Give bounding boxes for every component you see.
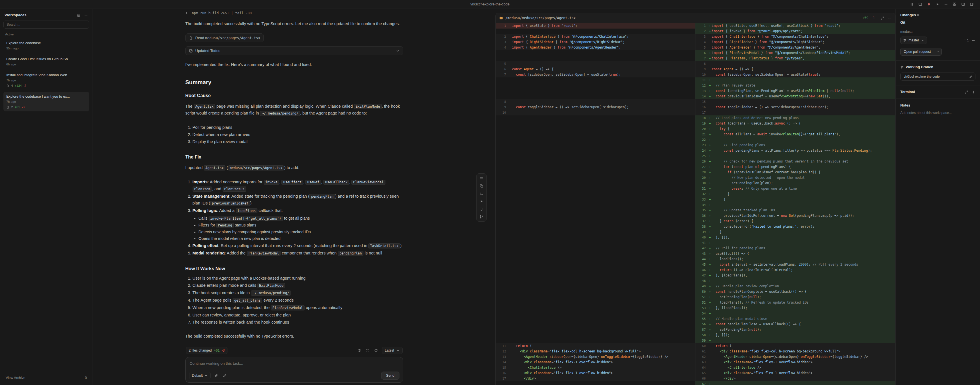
diff-new-cell: 21+ const allPlans = await invoke<PlanIt…	[695, 132, 895, 137]
diff-row: 11 return (60 return (	[496, 343, 895, 349]
message-input[interactable]	[189, 361, 399, 368]
diff-old-cell	[496, 115, 695, 121]
diff-marker: +	[708, 229, 712, 235]
columns-icon[interactable]	[961, 2, 965, 6]
working-branch-field[interactable]	[900, 73, 975, 81]
ellipsis-icon[interactable]	[888, 16, 892, 20]
plus-icon[interactable]	[972, 90, 975, 94]
line-number	[496, 121, 508, 126]
chevron-down-icon[interactable]	[934, 48, 942, 56]
diff-marker: +	[708, 338, 712, 343]
grid-icon[interactable]	[953, 2, 956, 6]
open-pull-request-button[interactable]: Open pull request	[900, 48, 942, 56]
terminal-icon	[185, 11, 189, 15]
diff-marker: +	[708, 126, 712, 132]
workspace-item[interactable]: Explore the codebase I want you to ex...…	[3, 92, 89, 111]
list-item: When a new pending plan is detected, the…	[192, 304, 403, 311]
terminal-icon[interactable]	[479, 190, 484, 197]
diff-new-cell: 57+ setPendingPlan(null);	[695, 327, 895, 332]
composer-actions	[214, 374, 227, 377]
latest-dropdown[interactable]: Latest	[382, 347, 402, 354]
copy-icon[interactable]	[479, 183, 484, 189]
diff-row: 48+	[496, 278, 895, 283]
notes-placeholder[interactable]: Add notes about this workspace...	[900, 111, 975, 115]
branch-selector[interactable]: master	[900, 37, 927, 44]
line-number: 4	[496, 45, 508, 50]
diff-row: 6+import { PlanReviewModal } from "@/com…	[496, 50, 895, 56]
code-line: // Load plans and detect new pending pla…	[712, 115, 895, 121]
search-input[interactable]	[3, 21, 89, 29]
branch-icon	[900, 65, 904, 69]
list-icon[interactable]	[479, 175, 484, 181]
diff-marker	[708, 354, 712, 360]
workspace-list: Explore the codebase35m agoCreate Good F…	[3, 38, 89, 111]
pause-icon[interactable]	[910, 2, 914, 6]
collapse-icon[interactable]	[916, 13, 920, 17]
model-selector[interactable]: Default	[189, 372, 211, 379]
status-actions	[358, 348, 378, 352]
diff-old-cell	[496, 94, 695, 99]
sidebar-icon[interactable]	[970, 2, 974, 6]
new-workspace-icon[interactable]	[84, 13, 88, 17]
chevron-down-icon[interactable]	[396, 49, 400, 53]
expand-icon[interactable]	[964, 90, 968, 94]
frames-icon[interactable]	[918, 2, 922, 6]
diff-marker	[508, 381, 512, 385]
eye-icon[interactable]	[358, 348, 361, 352]
line-number: 1	[496, 23, 508, 29]
diff-marker: +	[708, 83, 712, 88]
diff-marker: +	[708, 197, 712, 202]
diff-marker	[508, 349, 512, 354]
diff-new-cell: 53+ }, [loadPlans]);	[695, 305, 895, 311]
inline-code: PlanItem	[192, 186, 212, 192]
ellipsis-icon[interactable]	[972, 38, 975, 42]
diff-new-cell: 26+ // Check for new pending plans that …	[695, 159, 895, 164]
section-heading: How It Works Now	[185, 266, 403, 271]
code-line	[512, 294, 695, 300]
diff-row: 18+ // Load plans and detect new pending…	[496, 115, 895, 121]
view-archive-button[interactable]: View Archive 0	[3, 375, 89, 381]
pen-icon[interactable]	[223, 374, 227, 377]
paperclip-icon[interactable]	[214, 374, 218, 377]
pencil-icon[interactable]	[969, 75, 972, 78]
line-number: 8	[496, 99, 508, 105]
diff-row: 58	[496, 61, 895, 67]
diff-new-cell: 37+ } catch (error) {	[695, 218, 895, 224]
expand-icon[interactable]	[881, 16, 884, 20]
updated-todos-chip[interactable]: Updated Todos	[185, 46, 403, 55]
diff-row: 13 <AgentHeader sidebarOpen={sidebarOpen…	[496, 354, 895, 360]
line-number: 46	[695, 267, 708, 273]
diff-row: 49+ // Handle plan review completion	[496, 283, 895, 289]
play-icon[interactable]	[479, 198, 484, 205]
code-line	[512, 50, 695, 56]
checklist-icon[interactable]	[366, 348, 370, 352]
plus-icon[interactable]	[944, 2, 948, 6]
archive-icon[interactable]	[76, 13, 81, 17]
workspace-title: Create Good First Issues on Github So ..…	[6, 57, 86, 61]
play-icon[interactable]	[935, 2, 939, 6]
workspace-item[interactable]: Install and integrate Vibe Kanban Web...…	[3, 70, 89, 90]
files-changed-pill[interactable]: 2 files changed +61 -3	[186, 347, 228, 354]
diff-marker	[508, 34, 512, 40]
diff-new-cell: 67+	[695, 381, 895, 385]
model-label: Default	[192, 374, 203, 377]
diff-row: 2+import { invoke } from "@tauri-apps/ap…	[496, 29, 895, 34]
workspace-item[interactable]: Explore the codebase35m ago	[3, 38, 89, 52]
workspace-timestamp: 35m ago	[6, 46, 86, 50]
diff-old-cell	[496, 321, 695, 327]
history-icon[interactable]	[374, 348, 378, 352]
diff-new-cell: 24+ const pendingPlans = allPlans.filter…	[695, 148, 895, 153]
working-branch-input[interactable]	[903, 75, 967, 78]
branch-icon[interactable]	[479, 213, 484, 220]
monitor-icon[interactable]	[479, 206, 484, 213]
diff-marker	[508, 332, 512, 338]
record-icon[interactable]	[927, 2, 931, 6]
workspace-item[interactable]: Create Good First Issues on Github So ..…	[3, 54, 89, 68]
read-file-chip[interactable]: Read medusa/src/pages/Agent.tsx	[185, 33, 264, 42]
send-button[interactable]: Send	[381, 372, 399, 380]
composer[interactable]: Default Send	[185, 357, 403, 383]
diff-old-cell	[496, 77, 695, 83]
terminal-command-chip[interactable]: npm run build 2>&1 | tail -80	[185, 11, 403, 15]
diff-marker	[508, 354, 512, 360]
chat-panel: npm run build 2>&1 | tail -80The build c…	[93, 9, 495, 385]
